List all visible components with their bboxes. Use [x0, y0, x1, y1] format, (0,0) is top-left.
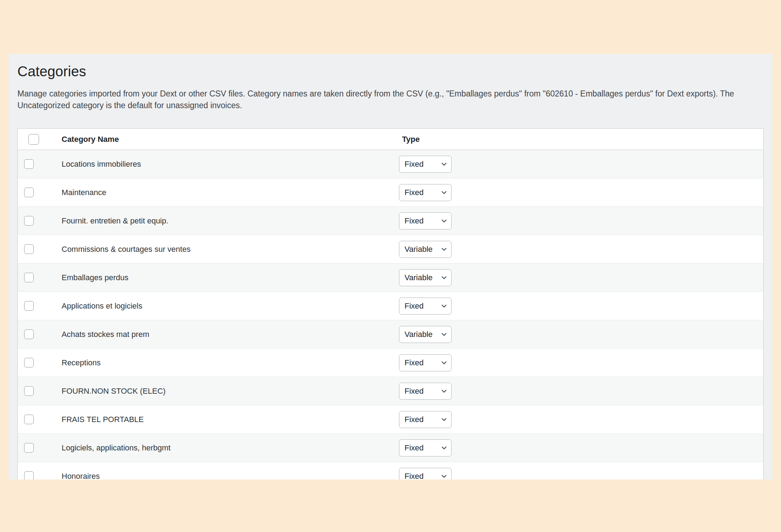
row-checkbox-cell: [18, 264, 62, 292]
type-cell: FixedVariable: [399, 264, 764, 292]
category-name-cell: Commissions & courtages sur ventes: [62, 235, 399, 264]
table-row: Applications et logiciels FixedVariable: [18, 292, 764, 320]
type-select-wrap: FixedVariable: [399, 269, 452, 286]
category-name-cell: Maintenance: [62, 178, 399, 207]
row-checkbox-cell: [18, 320, 62, 349]
row-checkbox[interactable]: [24, 329, 34, 339]
type-cell: FixedVariable: [399, 320, 764, 349]
category-name-column-header: Category Name: [62, 129, 399, 150]
row-checkbox-cell: [18, 349, 62, 377]
table-row: Achats stockes mat prem FixedVariable: [18, 320, 764, 349]
categories-table: Category Name Type Locations immobiliere…: [17, 128, 764, 480]
row-checkbox-cell: [18, 377, 62, 405]
type-select[interactable]: FixedVariable: [399, 439, 452, 456]
type-select[interactable]: FixedVariable: [399, 411, 452, 428]
type-select-wrap: FixedVariable: [399, 439, 452, 456]
row-checkbox[interactable]: [24, 159, 34, 169]
type-select-wrap: FixedVariable: [399, 298, 452, 315]
row-checkbox[interactable]: [24, 358, 34, 367]
type-select-wrap: FixedVariable: [399, 468, 452, 480]
type-select-wrap: FixedVariable: [399, 156, 452, 173]
type-select[interactable]: FixedVariable: [399, 241, 452, 258]
row-checkbox[interactable]: [24, 188, 34, 197]
type-select-wrap: FixedVariable: [399, 354, 452, 371]
row-checkbox[interactable]: [24, 443, 34, 453]
type-cell: FixedVariable: [399, 377, 764, 405]
row-checkbox-cell: [18, 150, 62, 178]
categories-panel: Categories Manage categories imported fr…: [9, 54, 772, 480]
type-select[interactable]: FixedVariable: [399, 354, 452, 371]
row-checkbox[interactable]: [24, 471, 34, 480]
row-checkbox[interactable]: [24, 386, 34, 396]
row-checkbox-cell: [18, 235, 62, 264]
category-name-cell: Fournit. entretien & petit equip.: [62, 207, 399, 235]
table-body: Locations immobilieres FixedVariable Mai…: [18, 150, 764, 480]
type-select-wrap: FixedVariable: [399, 411, 452, 428]
table-row: Emballages perdus FixedVariable: [18, 264, 764, 292]
category-name-cell: FRAIS TEL PORTABLE: [62, 405, 399, 434]
type-cell: FixedVariable: [399, 235, 764, 264]
category-name-cell: Applications et logiciels: [62, 292, 399, 320]
type-select[interactable]: FixedVariable: [399, 156, 452, 173]
page-description: Manage categories imported from your Dex…: [17, 88, 764, 111]
type-select[interactable]: FixedVariable: [399, 468, 452, 480]
type-select-wrap: FixedVariable: [399, 326, 452, 343]
table-header-row: Category Name Type: [18, 129, 764, 150]
category-name-cell: Honoraires: [62, 462, 399, 480]
table-row: FRAIS TEL PORTABLE FixedVariable: [18, 405, 764, 434]
row-checkbox-cell: [18, 178, 62, 207]
type-cell: FixedVariable: [399, 207, 764, 235]
type-select[interactable]: FixedVariable: [399, 269, 452, 286]
table-row: Receptions FixedVariable: [18, 349, 764, 377]
category-name-cell: Achats stockes mat prem: [62, 320, 399, 349]
row-checkbox[interactable]: [24, 301, 34, 311]
category-name-cell: Receptions: [62, 349, 399, 377]
table-row: Locations immobilieres FixedVariable: [18, 150, 764, 178]
type-select-wrap: FixedVariable: [399, 212, 452, 229]
type-select[interactable]: FixedVariable: [399, 326, 452, 343]
category-name-cell: Emballages perdus: [62, 264, 399, 292]
select-all-checkbox[interactable]: [28, 134, 39, 145]
category-name-cell: Locations immobilieres: [62, 150, 399, 178]
row-checkbox-cell: [18, 207, 62, 235]
type-cell: FixedVariable: [399, 178, 764, 207]
type-cell: FixedVariable: [399, 292, 764, 320]
row-checkbox-cell: [18, 405, 62, 434]
type-cell: FixedVariable: [399, 462, 764, 480]
table-row: Logiciels, applications, herbgmt FixedVa…: [18, 434, 764, 462]
table-row: Commissions & courtages sur ventes Fixed…: [18, 235, 764, 264]
type-select[interactable]: FixedVariable: [399, 383, 452, 400]
table-row: Fournit. entretien & petit equip. FixedV…: [18, 207, 764, 235]
type-cell: FixedVariable: [399, 349, 764, 377]
type-select[interactable]: FixedVariable: [399, 212, 452, 229]
page-title: Categories: [17, 63, 764, 79]
type-cell: FixedVariable: [399, 434, 764, 462]
type-select[interactable]: FixedVariable: [399, 184, 452, 201]
type-cell: FixedVariable: [399, 405, 764, 434]
select-all-header-cell: [18, 129, 62, 150]
page-background: { "page": { "title": "Categories", "desc…: [0, 0, 781, 532]
row-checkbox[interactable]: [24, 415, 34, 424]
row-checkbox-cell: [18, 292, 62, 320]
row-checkbox[interactable]: [24, 216, 34, 226]
type-select-wrap: FixedVariable: [399, 241, 452, 258]
category-name-cell: FOURN.NON STOCK (ELEC): [62, 377, 399, 405]
category-name-cell: Logiciels, applications, herbgmt: [62, 434, 399, 462]
table-row: Honoraires FixedVariable: [18, 462, 764, 480]
row-checkbox-cell: [18, 434, 62, 462]
table-row: FOURN.NON STOCK (ELEC) FixedVariable: [18, 377, 764, 405]
row-checkbox-cell: [18, 462, 62, 480]
type-column-header: Type: [399, 129, 764, 150]
row-checkbox[interactable]: [24, 244, 34, 254]
type-cell: FixedVariable: [399, 150, 764, 178]
type-select-wrap: FixedVariable: [399, 184, 452, 201]
table-row: Maintenance FixedVariable: [18, 178, 764, 207]
type-select[interactable]: FixedVariable: [399, 298, 452, 315]
row-checkbox[interactable]: [24, 273, 34, 282]
type-select-wrap: FixedVariable: [399, 383, 452, 400]
